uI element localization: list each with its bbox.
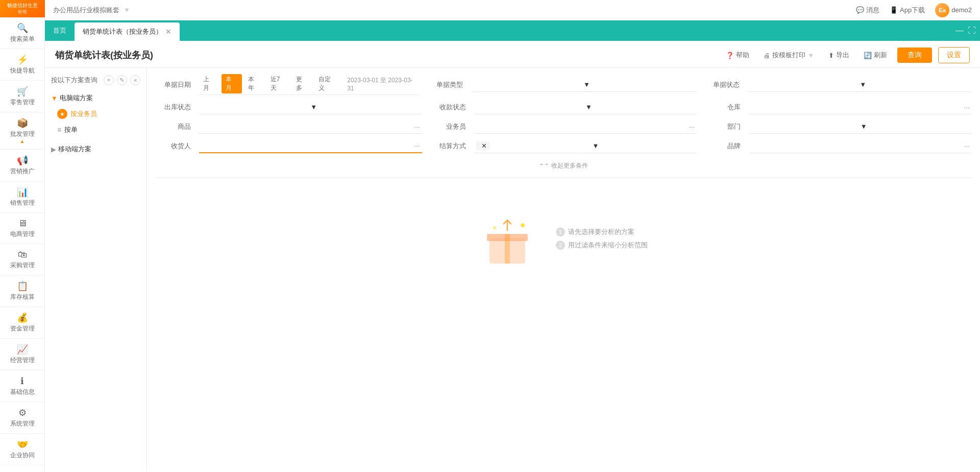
- out-status-arrow: ▼: [310, 103, 420, 111]
- collapse-btn[interactable]: ⌃⌃ 收起更多条件: [155, 158, 972, 173]
- template-print-btn[interactable]: 🖨 按模板打印 ▼: [760, 49, 818, 62]
- main-layout: 按以下方案查询 + ✎ « ▼ 电脑端方案 ★: [45, 68, 980, 470]
- sidebar-item-label: 资金管理: [2, 324, 42, 333]
- doc-type-label: 单据类型: [427, 80, 463, 89]
- payment-field[interactable]: ✕ ▼: [474, 139, 697, 153]
- sidebar-item-sales[interactable]: 📊 销售管理: [0, 181, 44, 213]
- dept-label: 部门: [705, 122, 741, 131]
- sidebar-item-guide[interactable]: 📖 新手引导: [0, 465, 44, 472]
- receipt-status-label: 收款状态: [430, 103, 466, 112]
- sidebar-item-purchase[interactable]: 🛍 采购管理: [0, 244, 44, 275]
- settings-btn[interactable]: 设置: [938, 47, 970, 63]
- tab-bar-right: — ⛶: [955, 26, 980, 35]
- goods-label: 商品: [155, 122, 191, 131]
- tree-parent-desktop[interactable]: ▼ 电脑端方案: [45, 90, 146, 106]
- date-btn-custom[interactable]: 自定义: [314, 74, 341, 93]
- filter-row-1: 单据日期 上月 本月 本年 近7天 更多 自定义 2023-03-01 至 20…: [155, 74, 972, 95]
- receipt-status-field[interactable]: ▼: [474, 100, 697, 114]
- date-btn-this-year[interactable]: 本年: [244, 74, 264, 93]
- consignee-field[interactable]: ···: [199, 139, 422, 153]
- sidebar-item-label: 系统管理: [2, 419, 42, 428]
- tab-home[interactable]: 首页: [45, 20, 75, 41]
- sidebar-item-inventory[interactable]: 📋 库存核算: [0, 275, 44, 307]
- hint-1-text: 请先选择要分析的方案: [568, 227, 634, 237]
- help-btn[interactable]: ❓ 帮助: [722, 49, 753, 62]
- sidebar: 畅捷信好生意 标惟 🔍 搜索菜单 ⚡ 快捷导航 🛒 零售管理 📦 批发管理 ▲ …: [0, 0, 45, 472]
- sidebar-item-label: 企业协同: [2, 451, 42, 460]
- sidebar-item-base[interactable]: ℹ 基础信息: [0, 370, 44, 402]
- message-icon: 💬: [856, 6, 864, 14]
- date-btn-this-month[interactable]: 本月: [222, 74, 242, 93]
- consignee-more-icon[interactable]: ···: [414, 141, 420, 150]
- doc-type-field[interactable]: ▼: [471, 78, 695, 92]
- brand-more-icon[interactable]: ···: [964, 142, 970, 150]
- tree-child-salesperson-label: 按业务员: [70, 109, 97, 119]
- warehouse-field[interactable]: ···: [749, 100, 972, 114]
- export-btn[interactable]: ⬆ 导出: [824, 49, 853, 62]
- header-right-actions: 💬 消息 📱 App下载 Ea demo2: [856, 3, 972, 17]
- query-btn[interactable]: 查询: [897, 48, 932, 63]
- filter-row-2: 出库状态 ▼ 收款状态 ▼ 仓库: [155, 100, 972, 114]
- tab-bar: 首页 销货单统计表（按业务员） ✕ — ⛶: [45, 20, 980, 41]
- doc-status-field[interactable]: ▼: [748, 78, 972, 92]
- svg-rect-2: [505, 234, 510, 264]
- tree-child-salesperson[interactable]: ★ 按业务员: [45, 106, 146, 122]
- filter-section: 单据日期 上月 本月 本年 近7天 更多 自定义 2023-03-01 至 20…: [155, 74, 972, 178]
- sidebar-item-retail[interactable]: 🛒 零售管理: [0, 81, 44, 112]
- filter-row-3: 商品 ··· 业务员 ··· 部门: [155, 120, 972, 134]
- date-filter-label: 单据日期: [155, 80, 191, 89]
- app-download-btn[interactable]: 📱 App下载: [890, 6, 925, 15]
- breadcrumb-arrow: ▼: [124, 6, 130, 14]
- warehouse-more-icon[interactable]: ···: [964, 103, 970, 111]
- search-icon: 🔍: [2, 22, 42, 34]
- top-header: 办公用品行业模拟账套 ▼ 💬 消息 📱 App下载 Ea demo2: [45, 0, 980, 20]
- home-tab-label: 首页: [53, 26, 66, 35]
- sidebar-item-quicknav[interactable]: ⚡ 快捷导航: [0, 49, 44, 81]
- out-status-label: 出库状态: [155, 103, 191, 112]
- message-btn[interactable]: 💬 消息: [856, 6, 879, 15]
- sidebar-item-ecommerce[interactable]: 🖥 电商管理: [0, 213, 44, 244]
- edit-scheme-btn[interactable]: ✎: [117, 75, 127, 85]
- sidebar-item-label: 搜索菜单: [2, 35, 42, 43]
- collapse-panel-btn[interactable]: «: [130, 75, 140, 85]
- content-area: 销货单统计表(按业务员) ❓ 帮助 🖨 按模板打印 ▼ ⬆ 导出: [45, 41, 980, 472]
- tab-sales-stat[interactable]: 销货单统计表（按业务员） ✕: [75, 22, 180, 41]
- salesperson-more-icon[interactable]: ···: [689, 123, 695, 131]
- ecommerce-icon: 🖥: [2, 218, 42, 229]
- tab-close-btn[interactable]: ✕: [165, 28, 172, 36]
- sidebar-item-collab[interactable]: 🤝 企业协同: [0, 434, 44, 465]
- brand-field[interactable]: ···: [749, 139, 972, 153]
- date-btn-7days[interactable]: 近7天: [266, 74, 290, 93]
- goods-more-icon[interactable]: ···: [414, 123, 420, 131]
- tree-parent-mobile[interactable]: ▶ 移动端方案: [45, 141, 146, 157]
- export-label: 导出: [836, 51, 849, 60]
- refresh-btn[interactable]: 🔄 刷新: [860, 49, 891, 62]
- sidebar-item-search[interactable]: 🔍 搜索菜单: [0, 17, 44, 49]
- tab-minimize-btn[interactable]: —: [955, 26, 964, 35]
- payment-tag-close[interactable]: ✕: [481, 142, 487, 150]
- salesperson-field[interactable]: ···: [474, 120, 697, 134]
- dept-field[interactable]: ▼: [749, 120, 972, 134]
- goods-field[interactable]: ···: [199, 120, 422, 134]
- tab-maximize-btn[interactable]: ⛶: [968, 26, 976, 35]
- out-status-field[interactable]: ▼: [199, 100, 422, 114]
- sidebar-item-operation[interactable]: 📈 经营管理: [0, 339, 44, 370]
- logo-text: 畅捷信好生意: [7, 2, 38, 9]
- sales-icon: 📊: [2, 186, 42, 198]
- page-actions: ❓ 帮助 🖨 按模板打印 ▼ ⬆ 导出 🔄 刷新: [722, 47, 970, 63]
- doc-status-arrow: ▼: [860, 81, 970, 88]
- tree-child-order[interactable]: ≡ 按单: [45, 122, 146, 137]
- sidebar-item-marketing[interactable]: 📢 营销推广: [0, 150, 44, 181]
- date-btn-last-month[interactable]: 上月: [199, 74, 219, 93]
- sidebar-item-label: 库存核算: [2, 293, 42, 301]
- sidebar-item-finance[interactable]: 💰 资金管理: [0, 307, 44, 339]
- sidebar-item-wholesale[interactable]: 📦 批发管理 ▲: [0, 112, 44, 150]
- date-btn-more[interactable]: 更多: [292, 74, 312, 93]
- tree-parent-label: 电脑端方案: [60, 93, 93, 103]
- sidebar-item-system[interactable]: ⚙ 系统管理: [0, 402, 44, 434]
- hint-1: 1 请先选择要分析的方案: [556, 227, 648, 237]
- sales-stat-tab-label: 销货单统计表（按业务员）: [83, 27, 162, 36]
- add-scheme-btn[interactable]: +: [104, 75, 114, 85]
- sidebar-item-label: 批发管理: [2, 130, 42, 138]
- user-btn[interactable]: Ea demo2: [935, 3, 972, 17]
